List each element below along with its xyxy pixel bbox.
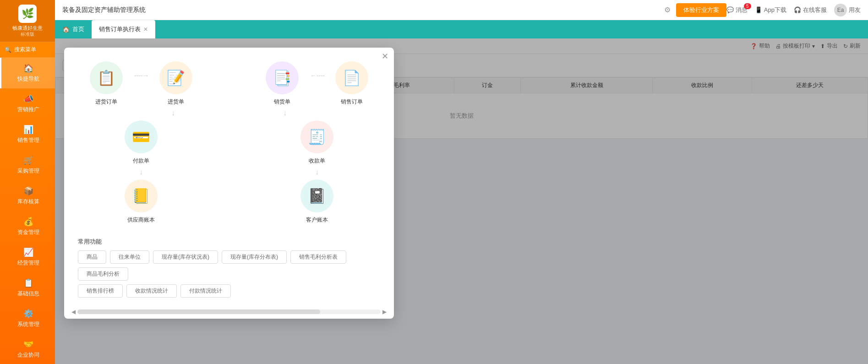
sidebar-item-purchase[interactable]: 🛒 采购管理 — [0, 150, 55, 180]
sidebar-item-finance[interactable]: 💰 资金管理 — [0, 211, 55, 242]
flow-item-customer-ledger[interactable]: 📓 客户账本 — [297, 179, 336, 224]
func-btn-2[interactable]: 现存量(库存状况表) — [153, 250, 218, 264]
sales-bill-circle: 📑 — [266, 61, 299, 94]
message-icon: 💬 — [726, 6, 734, 13]
settings-icon[interactable]: ⚙ — [664, 5, 671, 14]
popup-close-btn[interactable]: ✕ — [382, 51, 388, 61]
purchase-order-icon: 📋 — [97, 69, 115, 87]
basic-info-icon: 📋 — [23, 278, 33, 288]
receipt-icon: 🧾 — [308, 128, 326, 146]
sidebar-item-sales[interactable]: 📊 销售管理 — [0, 119, 55, 150]
tab-close-icon[interactable]: ✕ — [143, 26, 148, 33]
popup-overlay: ✕ 📋 进货订单 - - - - → — [55, 38, 868, 364]
sidebar-item-marketing[interactable]: 📣 营销推广 — [0, 88, 55, 119]
arrow-h1: - - - - → — [131, 72, 152, 79]
common-func-section: 常用功能 商品 往来单位 现存量(库存状况表) 现存量(库存分布表) 销售毛利分… — [64, 233, 394, 307]
sidebar: 🌿 畅康通好生意 标准版 🔍 搜索菜单 🏠 快捷导航 📣 营销推广 📊 销售管理… — [0, 0, 55, 364]
inventory-icon: 📦 — [23, 186, 33, 196]
sidebar-nav: 🏠 快捷导航 📣 营销推广 📊 销售管理 🛒 采购管理 📦 库存核算 💰 资金管… — [0, 58, 55, 364]
func-btn-3[interactable]: 现存量(库存分布表) — [222, 250, 287, 264]
common-func-title: 常用功能 — [78, 238, 380, 246]
down-arrow-purchase: ↓ — [171, 109, 175, 117]
topbar: 装备及固定资产辅助管理系统 ⚙ 体验行业方案 💬 消息 5 📱 App下载 🎧 … — [55, 0, 868, 20]
sales-order-icon: 📄 — [343, 69, 361, 87]
customer-ledger-label: 客户账本 — [306, 216, 328, 224]
flow-item-supplier-ledger[interactable]: 📒 供应商账本 — [121, 179, 160, 224]
func-btn-4[interactable]: 销售毛利分析表 — [290, 250, 346, 264]
purchase-bill-icon: 📝 — [167, 69, 185, 87]
func-btn-0[interactable]: 商品 — [78, 250, 106, 264]
sales-icon: 📊 — [23, 125, 33, 135]
flow-item-sales-bill[interactable]: 📑 销货单 — [258, 61, 306, 106]
tab-sales-order[interactable]: 销售订单执行表 ✕ — [92, 20, 155, 38]
sidebar-item-inventory[interactable]: 📦 库存核算 — [0, 180, 55, 211]
scroll-track[interactable] — [77, 310, 381, 314]
home-icon: 🏠 — [23, 63, 33, 73]
scroll-left-icon[interactable]: ◀ — [71, 309, 76, 315]
marketing-icon: 📣 — [23, 94, 33, 104]
payment-label: 付款单 — [133, 157, 149, 165]
operations-icon: 📈 — [23, 247, 33, 257]
sales-order-label: 销售订单 — [341, 98, 363, 106]
flow-area: 📋 进货订单 - - - - → 📝 进货单 — [64, 48, 394, 233]
popup-scrollbar: ◀ ▶ — [64, 307, 394, 319]
supplier-ledger-circle: 📒 — [125, 179, 158, 212]
message-badge: 5 — [744, 3, 751, 9]
user-action[interactable]: Ea 用友 — [834, 4, 861, 16]
func-btn-5[interactable]: 商品毛利分析 — [78, 267, 128, 281]
logo-icon: 🌿 — [18, 5, 37, 23]
message-action[interactable]: 💬 消息 5 — [726, 6, 748, 14]
flow-item-receipt[interactable]: 🧾 收款单 — [297, 120, 336, 165]
sidebar-item-quick-nav[interactable]: 🏠 快捷导航 — [0, 58, 55, 88]
tabbar: 🏠 首页 销售订单执行表 ✕ — [55, 20, 868, 38]
popup: ✕ 📋 进货订单 - - - - → — [64, 48, 394, 319]
supplier-ledger-icon: 📒 — [132, 187, 150, 205]
flow-item-purchase-bill[interactable]: 📝 进货单 — [152, 61, 200, 106]
download-icon: 📱 — [755, 6, 762, 13]
purchase-bill-circle: 📝 — [159, 61, 192, 94]
scroll-right-icon[interactable]: ▶ — [382, 309, 387, 315]
supplier-ledger-label: 供应商账本 — [127, 216, 155, 224]
search-icon: 🔍 — [5, 47, 11, 53]
purchase-bill-label: 进货单 — [168, 98, 184, 106]
purchase-order-label: 进货订单 — [95, 98, 117, 106]
func-btns-row2: 销售排行榜 收款情况统计 付款情况统计 — [78, 284, 380, 298]
func-btn-8[interactable]: 付款情况统计 — [180, 284, 231, 298]
app-download-action[interactable]: 📱 App下载 — [755, 6, 786, 14]
system-icon: ⚙️ — [23, 309, 33, 319]
customer-ledger-icon: 📓 — [308, 187, 326, 205]
func-btn-6[interactable]: 销售排行榜 — [78, 284, 123, 298]
online-service-action[interactable]: 🎧 在线客服 — [794, 6, 827, 14]
home-tab-icon: 🏠 — [62, 26, 70, 33]
scroll-thumb — [77, 310, 320, 314]
payment-circle: 💳 — [125, 120, 158, 153]
sales-bill-icon: 📑 — [273, 69, 291, 87]
down-arrow-payment: ↓ — [139, 168, 143, 176]
sidebar-item-system[interactable]: ⚙️ 系统管理 — [0, 303, 55, 334]
purchase-order-circle: 📋 — [90, 61, 123, 94]
finance-icon: 💰 — [23, 217, 33, 227]
sidebar-logo: 🌿 畅康通好生意 标准版 — [0, 0, 55, 42]
func-btn-1[interactable]: 往来单位 — [110, 250, 149, 264]
sidebar-item-operations[interactable]: 📈 经营管理 — [0, 242, 55, 272]
down-arrow-receipt: ↓ — [315, 168, 319, 176]
receipt-label: 收款单 — [309, 157, 325, 165]
func-btns: 商品 往来单位 现存量(库存状况表) 现存量(库存分布表) 销售毛利分析表 商品… — [78, 250, 380, 281]
sales-order-circle: 📄 — [335, 61, 368, 94]
sidebar-item-enterprise[interactable]: 🤝 企业协同 — [0, 334, 55, 364]
tab-home[interactable]: 🏠 首页 — [55, 20, 92, 38]
purchase-icon: 🛒 — [23, 155, 33, 165]
sidebar-item-basic-info[interactable]: 📋 基础信息 — [0, 272, 55, 303]
sales-bill-label: 销货单 — [274, 98, 290, 106]
logo-text: 畅康通好生意 标准版 — [12, 25, 43, 37]
func-btn-7[interactable]: 收款情况统计 — [126, 284, 177, 298]
receipt-circle: 🧾 — [300, 120, 333, 153]
payment-icon: 💳 — [132, 128, 150, 146]
flow-item-purchase-order[interactable]: 📋 进货订单 — [82, 61, 131, 106]
customer-ledger-circle: 📓 — [300, 179, 333, 212]
avatar: Ea — [834, 4, 847, 16]
flow-item-payment[interactable]: 💳 付款单 — [121, 120, 160, 165]
sidebar-search-item[interactable]: 🔍 搜索菜单 — [0, 42, 55, 58]
experience-btn[interactable]: 体验行业方案 — [676, 3, 726, 17]
flow-item-sales-order[interactable]: 📄 销售订单 — [328, 61, 376, 106]
